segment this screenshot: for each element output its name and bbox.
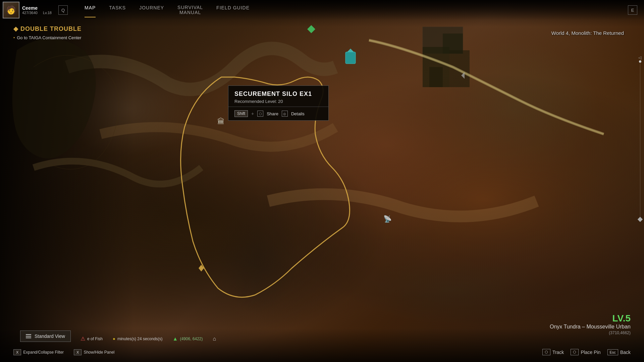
tab-survival-manual[interactable]: SURVIVALMANUAL <box>177 3 203 17</box>
show-hide-panel-action[interactable]: X Show/Hide Panel <box>74 349 114 355</box>
bottom-keys: X Expand/Collapse Filter X Show/Hide Pan… <box>13 349 114 355</box>
tab-map[interactable]: MAP <box>85 3 96 17</box>
shift-key: Shift <box>234 110 248 117</box>
share-icon: ⬡ <box>257 111 263 117</box>
menu-line-3 <box>26 338 31 338</box>
home-icon: ⌂ <box>213 336 216 342</box>
bottom-left: Standard View <box>20 330 71 342</box>
tab-journey[interactable]: JOURNEY <box>139 3 164 17</box>
location-name: Onyx Tundra – Mousseville Urban <box>550 324 631 330</box>
tab-tasks[interactable]: TASKS <box>109 3 126 17</box>
x-key-show: X <box>74 349 82 355</box>
nav-right: E <box>628 5 644 15</box>
bottom-status-bar: ⚠ e of Fish ● minutes(s) 24 seconds(s) ▲… <box>80 336 216 342</box>
vignette-left <box>0 0 134 362</box>
menu-line-1 <box>26 334 31 335</box>
place-pin-key-icon: ⬡ <box>571 349 579 355</box>
timer-text: minutes(s) 24 seconds(s) <box>117 337 163 341</box>
expand-filter-label: Expand/Collapse Filter <box>23 350 64 355</box>
player-name: Ceeme <box>22 5 52 11</box>
tab-field-guide[interactable]: FIELD GUIDE <box>216 3 250 17</box>
player-avatar: 🧑 <box>3 2 19 18</box>
expand-filter-action[interactable]: X Expand/Collapse Filter <box>13 349 64 355</box>
scroll-track <box>640 60 640 221</box>
quest-panel: ◆ DOUBLE TROUBLE • Go to TAIGA Containme… <box>13 25 82 40</box>
details-button[interactable]: Details <box>291 111 305 116</box>
esc-key: Esc <box>607 349 618 355</box>
popup-title: SECUREMENT SILO EX1 <box>234 90 322 98</box>
place-pin-label: Place Pin <box>581 350 600 355</box>
coin-icon: ● <box>113 336 115 341</box>
bottom-actions-right: ⬡ Track ⬡ Place Pin Esc Back <box>542 349 631 355</box>
lv-display: LV.5 <box>550 313 631 324</box>
menu-icon <box>26 334 31 338</box>
player-info: Ceeme 427/3640 Lv.18 <box>22 5 52 15</box>
standard-view-label: Standard View <box>35 334 65 339</box>
quest-bullet: • <box>13 36 15 40</box>
quest-objective: Go to TAIGA Containment Center <box>17 35 81 40</box>
show-hide-label: Show/Hide Panel <box>84 350 114 355</box>
x-key-expand: X <box>13 349 21 355</box>
map-marker[interactable]: 🏛 <box>217 117 225 126</box>
standard-view-button[interactable]: Standard View <box>20 330 71 342</box>
warning-icon: ⚠ <box>80 336 85 342</box>
location-info: LV.5 Onyx Tundra – Mousseville Urban (37… <box>550 313 631 335</box>
menu-line-2 <box>26 336 31 337</box>
location-popup: SECUREMENT SILO EX1 Recommended Level: 2… <box>228 85 329 121</box>
status-warning: ⚠ e of Fish <box>80 336 103 342</box>
status-home: ⌂ <box>213 336 216 342</box>
navigation-tabs: MAP TASKS JOURNEY SURVIVALMANUAL FIELD G… <box>85 3 250 17</box>
coords-text: (4906, 6422) <box>180 337 203 341</box>
status-coords: ▲ (4906, 6422) <box>173 336 203 342</box>
top-nav: 🧑 Ceeme 427/3640 Lv.18 Q MAP TASKS JOURN… <box>0 0 644 20</box>
player-level: Lv.18 <box>43 11 52 15</box>
e-key-icon[interactable]: E <box>628 5 637 15</box>
popup-actions: Shift + ⬡ Share ◎ Details <box>228 107 328 120</box>
lv-prefix: LV. <box>612 313 626 323</box>
track-key-icon: ⬡ <box>542 349 550 355</box>
status-timer: ● minutes(s) 24 seconds(s) <box>113 336 163 341</box>
scroll-arrow[interactable]: ◁ <box>638 55 641 60</box>
share-button[interactable]: Share <box>267 111 278 116</box>
quest-objective-row: • Go to TAIGA Containment Center <box>13 35 82 40</box>
scroll-indicator[interactable] <box>639 60 641 63</box>
back-label: Back <box>620 350 631 355</box>
place-pin-action[interactable]: ⬡ Place Pin <box>571 349 600 355</box>
lv-number: 5 <box>625 313 631 323</box>
vignette-bottom <box>0 328 644 362</box>
track-label: Track <box>552 350 564 355</box>
back-action[interactable]: Esc Back <box>607 349 631 355</box>
popup-header: SECUREMENT SILO EX1 Recommended Level: 2… <box>228 86 328 107</box>
status-fish-text: e of Fish <box>87 337 103 341</box>
plus-separator: + <box>251 111 254 116</box>
location-coords-display: (3710,4662) <box>550 330 631 335</box>
world-label: World 4, Monolith: The Returned <box>551 30 624 36</box>
compass-icon: ▲ <box>173 336 178 342</box>
details-icon: ◎ <box>282 111 288 117</box>
track-action[interactable]: ⬡ Track <box>542 349 564 355</box>
q-key-icon[interactable]: Q <box>58 5 68 15</box>
popup-level: Recommended Level: 20 <box>234 99 322 104</box>
player-hp: 427/3640 <box>22 11 38 15</box>
quest-title: ◆ DOUBLE TROUBLE <box>13 25 82 33</box>
